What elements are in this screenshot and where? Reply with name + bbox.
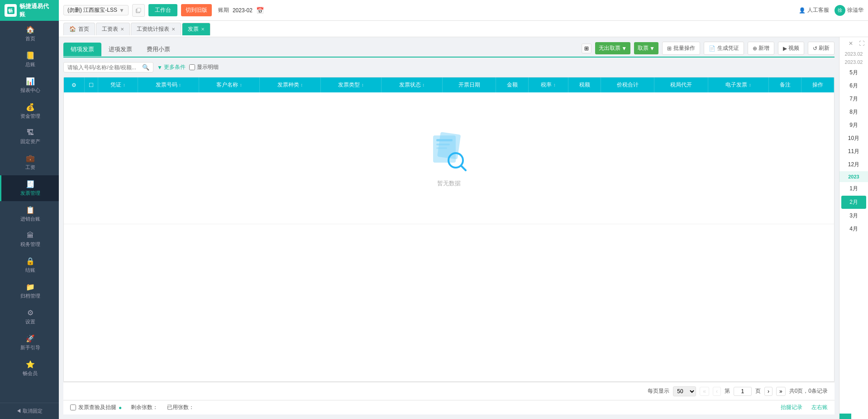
bottom-bar: 发票查验及抬腿 ● 剩余张数： 已用张数： 抬腿记录 左右账 (63, 400, 835, 414)
per-page-select[interactable]: 50 10 20 100 (673, 386, 696, 396)
col-tax-rate[interactable]: 税率 ↕ (529, 77, 568, 92)
col-total: 价税合计 (601, 77, 654, 92)
generate-cert-button[interactable]: 📄 生成凭证 (704, 42, 744, 55)
sidebar-label-invoice: 发票管理 (20, 190, 40, 197)
first-page-button[interactable]: « (700, 387, 709, 396)
sidebar-item-payroll[interactable]: 💼 工资 (0, 149, 59, 175)
sidebar-item-guide[interactable]: 🚀 新手引导 (0, 330, 59, 356)
col-customer[interactable]: 客户名称 ↕ (199, 77, 260, 92)
content-main: 销项发票 进项发票 费用小票 ⊞ 无出取票 ▼ 取票 ▼ (59, 37, 839, 419)
close-tab-icon[interactable]: ✕ (120, 27, 124, 32)
sidebar-item-reports[interactable]: 📊 报表中心 (0, 72, 59, 98)
last-page-button[interactable]: » (776, 387, 786, 396)
switch-version-button[interactable]: 切到旧版 (181, 4, 212, 16)
workspace-button[interactable]: 工作台 (148, 4, 177, 16)
batch-ops-button[interactable]: ⊞ 批量操作 (662, 42, 700, 55)
sidebar-label-ledger: 总账 (25, 61, 35, 68)
col-cert[interactable]: 凭证 ↕ (98, 77, 138, 92)
tab-home[interactable]: 🏠 首页 (63, 23, 95, 35)
sidebar-item-assets[interactable]: 🏗 固定资产 (0, 124, 59, 149)
cal-month-apr[interactable]: 4月 (839, 222, 868, 236)
cal-month-feb[interactable]: 2月 (841, 196, 866, 209)
cal-month-11[interactable]: 11月 (839, 145, 868, 158)
new-button[interactable]: ⊕ 新增 (748, 42, 774, 55)
cal-month-jan[interactable]: 1月 (839, 182, 868, 195)
close-tab-icon[interactable]: ✕ (201, 27, 205, 32)
sidebar-item-close[interactable]: 🔒 结账 (0, 252, 59, 278)
sidebar-label-archive: 归档管理 (20, 293, 40, 299)
user-menu[interactable]: 徐 徐溢华 (835, 5, 863, 16)
grid-icon[interactable]: ⊞ (582, 43, 591, 53)
add-record-link[interactable]: 抬腿记录 (781, 404, 802, 411)
cal-month-9[interactable]: 9月 (839, 119, 868, 132)
open-date-button[interactable]: 开账日期 (839, 414, 851, 419)
sidebar-item-tax[interactable]: 🏛 税务管理 (0, 227, 59, 252)
search-input[interactable] (67, 64, 140, 71)
sidebar-item-sales[interactable]: 📋 进销台账 (0, 201, 59, 227)
service-button[interactable]: 👤 人工客服 (799, 6, 829, 14)
svg-rect-3 (137, 8, 141, 12)
cal-month-12[interactable]: 12月 (839, 158, 868, 171)
sidebar-item-invoice[interactable]: 🧾 发票管理 (0, 175, 59, 201)
cal-month-10[interactable]: 10月 (839, 132, 868, 145)
sidebar-item-archive[interactable]: 📁 归档管理 (0, 278, 59, 304)
close-tab-icon[interactable]: ✕ (172, 27, 175, 32)
cal-month-7[interactable]: 7月 (839, 92, 868, 106)
sub-tab-expense[interactable]: 费用小票 (139, 43, 177, 56)
page-input[interactable] (734, 387, 752, 396)
right-panel: ✕ ⛶ 2023.02 2023.02 5月 6月 7月 8月 9月 10月 1… (839, 37, 868, 419)
cal-month-6[interactable]: 6月 (839, 79, 868, 92)
sidebar-label-sales: 进销台账 (20, 216, 40, 222)
col-settings[interactable]: ⚙ (64, 77, 85, 92)
sub-tab-sales[interactable]: 销项发票 (63, 43, 101, 56)
home-tab-icon: 🏠 (69, 26, 76, 32)
refresh-button[interactable]: ↺ 刷新 (808, 42, 835, 55)
cal-month-mar[interactable]: 3月 (839, 209, 868, 222)
next-page-button[interactable]: › (764, 387, 773, 396)
prev-page-button[interactable]: ‹ (713, 387, 721, 396)
col-action: 操作 (801, 77, 834, 92)
verify-checkbox[interactable] (70, 405, 76, 410)
svg-text:畅: 畅 (8, 8, 13, 13)
sidebar-label-assets: 固定资产 (20, 138, 40, 145)
sub-tab-purchase[interactable]: 进项发票 (101, 43, 139, 56)
sidebar-label-payroll: 工资 (25, 164, 35, 171)
guide-icon: 🚀 (26, 334, 35, 343)
company-selector[interactable]: (勿删) 江西服宝-LSS ▼ (63, 5, 129, 15)
cal-header-1: 2023.02 (839, 50, 868, 58)
total-info: 共0页，0条记录 (789, 387, 828, 395)
col-invoice-type[interactable]: 发票种类 ↕ (260, 77, 321, 92)
sidebar-label-tax: 税务管理 (20, 241, 40, 248)
col-e-invoice[interactable]: 电子发票 ↕ (708, 77, 769, 92)
payroll-icon: 💼 (26, 154, 35, 163)
panel-top-controls: ✕ ⛶ (839, 37, 868, 50)
tab-payroll-stats[interactable]: 工资统计报表 ✕ (131, 23, 181, 35)
left-right-link[interactable]: 左右账 (811, 404, 828, 411)
cal-month-8[interactable]: 8月 (839, 106, 868, 119)
show-detail-checkbox[interactable]: 显示明细 (189, 63, 219, 71)
sidebar-item-home[interactable]: 🏠 首页 (0, 21, 59, 47)
col-invoice-category[interactable]: 发票类型 ↕ (320, 77, 382, 92)
take-ticket-button[interactable]: 取票 ▼ (634, 42, 658, 54)
sidebar-item-member[interactable]: ⭐ 畅会员 (0, 356, 59, 381)
no-cancel-ticket-button[interactable]: 无出取票 ▼ (595, 42, 630, 54)
copy-button[interactable] (132, 4, 145, 17)
search-box[interactable]: 🔍 (63, 62, 153, 72)
col-invoice-status[interactable]: 发票状态 ↕ (382, 77, 443, 92)
col-check[interactable]: ☐ (85, 77, 98, 92)
close-panel-button[interactable]: ✕ (846, 39, 855, 48)
video-button[interactable]: ▶ 视频 (778, 42, 804, 55)
sidebar-collapse-btn[interactable]: ◀ 取消固定 (0, 403, 59, 419)
show-detail-input[interactable] (189, 64, 195, 70)
sidebar-item-funds[interactable]: 💰 资金管理 (0, 98, 59, 124)
tax-icon: 🏛 (27, 231, 34, 240)
expand-panel-button[interactable]: ⛶ (857, 39, 866, 48)
tab-payroll-table[interactable]: 工资表 ✕ (96, 23, 130, 35)
sidebar-item-settings[interactable]: ⚙ 设置 (0, 304, 59, 330)
col-remark: 备注 (769, 77, 801, 92)
sidebar-item-ledger[interactable]: 📒 总账 (0, 47, 59, 72)
more-filter-button[interactable]: ▼ 更多条件 (157, 63, 186, 71)
cal-month-5[interactable]: 5月 (839, 66, 868, 79)
tab-invoice[interactable]: 发票 ✕ (182, 23, 210, 35)
col-invoice-no[interactable]: 发票号码 ↕ (138, 77, 199, 92)
